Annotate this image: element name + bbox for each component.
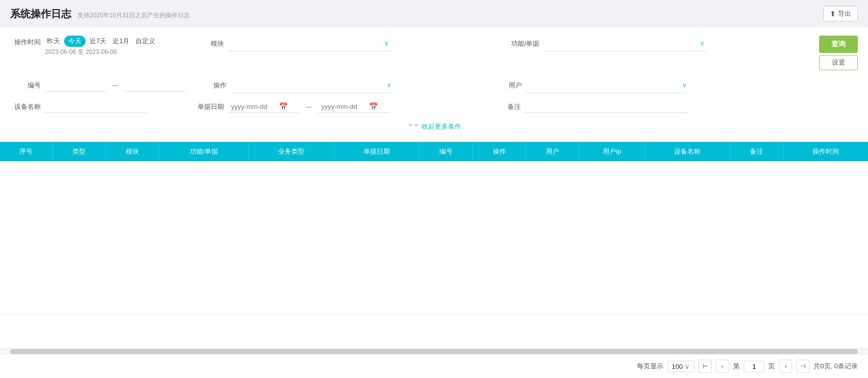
col-remark: 备注 <box>730 142 783 161</box>
first-page-button[interactable]: ⊢ <box>698 360 712 373</box>
page-header: 系统操作日志 支持2020年10月31日之后产生的操作日志 ⬆ 导出 <box>0 0 868 27</box>
time-btn-yesterday[interactable]: 昨天 <box>45 36 62 47</box>
action-buttons: 查询 设置 <box>819 36 858 70</box>
date-start-input[interactable] <box>231 103 277 110</box>
col-op-time: 操作时间 <box>783 142 868 161</box>
id-end-input[interactable] <box>125 79 186 92</box>
function-value <box>548 38 698 49</box>
col-voucher-date: 单据日期 <box>334 142 419 161</box>
time-btn-today[interactable]: 今天 <box>64 36 86 47</box>
col-index: 序号 <box>0 142 52 161</box>
time-btn-custom[interactable]: 自定义 <box>133 36 157 47</box>
page-subtitle: 支持2020年10月31日之后产生的操作日志 <box>77 11 190 20</box>
function-label: 功能/单据 <box>504 39 540 48</box>
per-page-select[interactable]: 100 ∨ <box>667 361 695 372</box>
remark-input[interactable] <box>525 101 688 113</box>
function-section: 功能/单据 ∨ <box>504 36 804 51</box>
col-type: 类型 <box>52 142 105 161</box>
date-start-field[interactable]: 📅 <box>228 100 299 113</box>
operation-section: 操作 ∨ <box>196 77 481 93</box>
table-body <box>0 161 868 314</box>
table-header-row: 序号 类型 模块 功能/单据 业务类型 单据日期 编号 操作 用户 用户ip 设… <box>0 142 868 161</box>
col-user-ip: 用户ip <box>579 142 645 161</box>
col-function: 功能/单据 <box>159 142 248 161</box>
voucher-date-label: 单据日期 <box>193 102 224 111</box>
export-button[interactable]: ⬆ 导出 <box>823 6 858 21</box>
filter-row-2: 编号 — 操作 ∨ 用户 ∨ <box>10 77 858 93</box>
function-select[interactable]: ∨ <box>544 36 707 51</box>
calendar-start-icon[interactable]: 📅 <box>279 102 288 110</box>
user-select[interactable]: ∨ <box>526 77 689 93</box>
page-input[interactable] <box>744 361 764 372</box>
time-controls: 昨天 今天 近7天 近1月 自定义 2023-06-06 至 2023-06-0… <box>45 36 157 56</box>
date-separator: — <box>303 103 314 110</box>
module-label: 模块 <box>193 39 224 48</box>
date-end-input[interactable] <box>321 103 367 110</box>
col-module: 模块 <box>106 142 159 161</box>
device-section: 设备名称 <box>10 101 183 113</box>
empty-cell <box>0 161 868 314</box>
export-label: 导出 <box>838 9 851 18</box>
time-btn-1month[interactable]: 近1月 <box>110 36 131 47</box>
query-button[interactable]: 查询 <box>819 36 858 53</box>
settings-button[interactable]: 设置 <box>819 55 858 70</box>
filter-row-3: 设备名称 单据日期 📅 — 📅 备注 <box>10 100 858 113</box>
time-label: 操作时间 <box>10 36 41 47</box>
voucher-date-section: 单据日期 📅 — 📅 <box>193 100 480 113</box>
filter-row-1: 操作时间 昨天 今天 近7天 近1月 自定义 2023-06-06 至 2023… <box>10 36 858 70</box>
per-page-value: 100 <box>672 363 683 370</box>
time-btn-7days[interactable]: 近7天 <box>88 36 108 47</box>
prev-page-button[interactable]: ‹ <box>716 360 729 373</box>
col-user: 用户 <box>526 142 579 161</box>
table-wrapper: 序号 类型 模块 功能/单据 业务类型 单据日期 编号 操作 用户 用户ip 设… <box>0 142 868 348</box>
col-operation: 操作 <box>472 142 525 161</box>
col-id: 编号 <box>419 142 472 161</box>
table-header: 序号 类型 模块 功能/单据 业务类型 单据日期 编号 操作 用户 用户ip 设… <box>0 142 868 161</box>
user-label: 用户 <box>491 81 522 90</box>
device-input[interactable] <box>45 101 147 113</box>
horizontal-scrollbar[interactable] <box>0 348 868 354</box>
total-label: 共0页, 0条记录 <box>814 362 858 371</box>
last-page-button[interactable]: ⊣ <box>796 360 809 373</box>
user-value <box>530 79 680 91</box>
page-label: 第 <box>733 362 740 371</box>
empty-row <box>0 161 868 314</box>
calendar-end-icon[interactable]: 📅 <box>369 102 378 110</box>
module-chevron-icon: ∨ <box>384 40 389 47</box>
operation-select[interactable]: ∨ <box>231 77 394 93</box>
module-select[interactable]: ∨ <box>228 36 391 51</box>
time-section: 操作时间 昨天 今天 近7天 近1月 自定义 2023-06-06 至 2023… <box>10 36 183 56</box>
time-buttons-group: 昨天 今天 近7天 近1月 自定义 <box>45 36 157 47</box>
per-page-label: 每页显示 <box>637 362 663 371</box>
collapse-label: 收起更多条件 <box>422 122 461 131</box>
filter-panel: 操作时间 昨天 今天 近7天 近1月 自定义 2023-06-06 至 2023… <box>0 27 868 142</box>
date-end-field[interactable]: 📅 <box>318 100 389 113</box>
collapse-button[interactable]: ⌃⌃ 收起更多条件 <box>407 122 461 131</box>
id-dash: — <box>110 81 121 89</box>
remark-label: 备注 <box>490 102 521 111</box>
collapse-chevron-icon: ⌃⌃ <box>407 123 419 131</box>
data-table: 序号 类型 模块 功能/单据 业务类型 单据日期 编号 操作 用户 用户ip 设… <box>0 142 868 314</box>
time-range-display: 2023-06-06 至 2023-06-06 <box>45 48 157 56</box>
scrollbar-thumb[interactable] <box>10 349 858 354</box>
col-device: 设备名称 <box>645 142 730 161</box>
device-label: 设备名称 <box>10 102 41 111</box>
page-title: 系统操作日志 <box>10 7 71 21</box>
user-chevron-icon: ∨ <box>682 81 687 89</box>
module-value <box>232 38 382 49</box>
id-label: 编号 <box>10 81 41 90</box>
remark-section: 备注 <box>490 101 777 113</box>
operation-label: 操作 <box>196 81 227 90</box>
title-group: 系统操作日志 支持2020年10月31日之后产生的操作日志 <box>10 7 190 21</box>
id-start-input[interactable] <box>45 79 106 92</box>
per-page-chevron-icon: ∨ <box>685 363 690 370</box>
function-chevron-icon: ∨ <box>700 40 705 47</box>
page-suffix: 页 <box>768 362 775 371</box>
module-section: 模块 ∨ <box>193 36 494 51</box>
operation-value <box>235 79 385 91</box>
export-icon: ⬆ <box>830 10 836 18</box>
collapse-row: ⌃⌃ 收起更多条件 <box>10 118 858 133</box>
next-page-button[interactable]: › <box>779 360 792 373</box>
col-biz-type: 业务类型 <box>249 142 334 161</box>
operation-chevron-icon: ∨ <box>387 81 391 89</box>
